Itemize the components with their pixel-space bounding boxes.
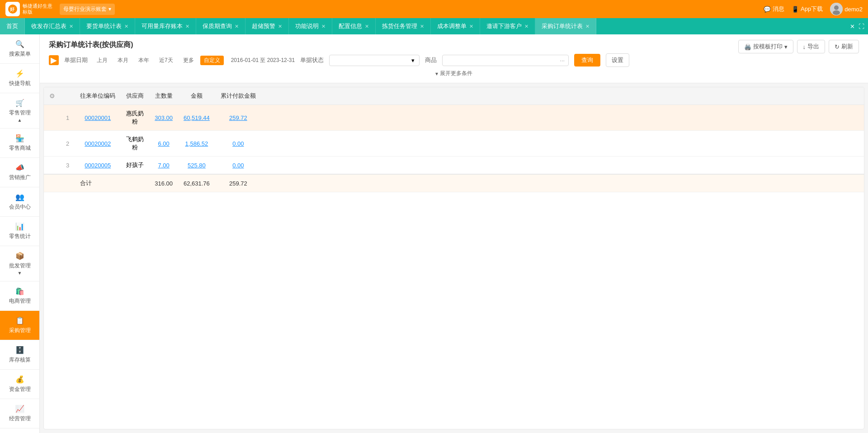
shortcut-more[interactable]: 更多 xyxy=(179,56,198,65)
sidebar-item-search[interactable]: 🔍 搜索菜单 xyxy=(0,34,39,64)
export-icon: ↓ xyxy=(803,43,806,50)
row-supplier: 惠氏奶粉 xyxy=(121,105,149,131)
tab-cost-adjust[interactable]: 成本调整单 ✕ xyxy=(431,18,480,34)
close-icon[interactable]: ✕ xyxy=(185,24,189,29)
tab-usable-inventory[interactable]: 可用量库存账本 ✕ xyxy=(135,18,196,34)
close-icon[interactable]: ✕ xyxy=(365,24,369,29)
retail-shop-icon: 🏪 xyxy=(15,134,24,143)
close-icon[interactable]: ✕ xyxy=(469,24,473,29)
ellipsis-icon[interactable]: ··· xyxy=(560,57,565,64)
close-icon[interactable]: ✕ xyxy=(321,24,326,29)
tab-requisition[interactable]: 要货单统计表 ✕ xyxy=(80,18,135,34)
shortcut-7days[interactable]: 近7天 xyxy=(156,56,177,65)
date-range-display: 2016-01-01 至 2023-12-31 xyxy=(229,57,295,64)
purchase-icon: 📋 xyxy=(15,316,24,325)
header-top-row: 采购订单统计表(按供应商) 🖨️ 按模板打印 ▾ ↓ 导出 ↻ 刷新 xyxy=(49,40,859,53)
tab-overstock[interactable]: 超储预警 ✕ xyxy=(245,18,289,34)
close-icon[interactable]: ✕ xyxy=(524,24,528,29)
sidebar-item-ecommerce[interactable]: 🛍️ 电商管理 xyxy=(0,281,39,311)
table-container: ⚙ 往来单位编码 供应商 主数量 金额 累计付款金额 xyxy=(43,87,864,429)
close-icon[interactable]: ✕ xyxy=(235,24,239,29)
date-filter-label: 单据日期 xyxy=(64,56,88,64)
row-paid: 259.72 xyxy=(215,105,261,131)
tab-config[interactable]: 配置信息 ✕ xyxy=(332,18,376,34)
tab-collection[interactable]: 收发存汇总表 ✕ xyxy=(25,18,80,34)
settings-icon[interactable]: ⚙ xyxy=(49,92,55,100)
print-btn[interactable]: 🖨️ 按模板打印 ▾ xyxy=(738,40,793,53)
row-supplier: 好孩子 xyxy=(121,157,149,175)
tab-invite-customer[interactable]: 邀请下游客户 ✕ xyxy=(480,18,535,34)
col-paid: 累计付款金额 xyxy=(215,87,261,105)
shortcut-this-year[interactable]: 本年 xyxy=(135,56,153,65)
sidebar-item-operation[interactable]: 📈 经营管理 xyxy=(0,399,39,428)
app-download-btn[interactable]: 📱 App下载 xyxy=(792,5,823,13)
sidebar-item-quick-nav[interactable]: ⚡ 快捷导航 xyxy=(0,64,39,93)
table-row[interactable]: 1 00020001 惠氏奶粉 303.00 60,519.44 xyxy=(44,105,864,131)
filter-expand-btn[interactable]: ▶ xyxy=(49,55,59,65)
filter-row: ▶ 单据日期 上月 本月 本年 近7天 更多 自定义 2016-01-01 至 … xyxy=(49,53,859,67)
query-btn[interactable]: 查询 xyxy=(574,54,600,67)
row-amount: 525.80 xyxy=(178,157,215,175)
row-supplier: 飞鹤奶粉 xyxy=(121,131,149,157)
export-btn[interactable]: ↓ 导出 xyxy=(797,40,826,53)
svg-point-4 xyxy=(833,10,840,15)
workspace-selector[interactable]: 母婴行业演示账套 ▾ xyxy=(60,4,115,15)
row-seq: 3 xyxy=(61,157,75,175)
search-icon: 🔍 xyxy=(15,40,24,48)
col-supplier: 供应商 xyxy=(121,87,149,105)
sidebar-item-marketing[interactable]: 📣 营销推广 xyxy=(0,158,39,187)
close-icon[interactable]: ✕ xyxy=(420,24,424,29)
sidebar-item-member[interactable]: 👥 会员中心 xyxy=(0,187,39,217)
close-all-tabs-btn[interactable]: ✕ xyxy=(850,23,855,30)
nav-tabs: 首页 收发存汇总表 ✕ 要货单统计表 ✕ 可用量库存账本 ✕ 保质期查询 ✕ 超… xyxy=(0,18,868,34)
tab-home[interactable]: 首页 xyxy=(0,18,25,34)
close-icon[interactable]: ✕ xyxy=(278,24,282,29)
refresh-btn[interactable]: ↻ 刷新 xyxy=(829,40,859,53)
sidebar-item-retail-shop[interactable]: 🏪 零售商城 xyxy=(0,128,39,158)
shortcut-last-month[interactable]: 上月 xyxy=(93,56,111,65)
footer-amount: 62,631.76 xyxy=(178,174,215,192)
shortcut-custom[interactable]: 自定义 xyxy=(200,56,224,65)
goods-filter-label: 商品 xyxy=(425,56,437,64)
top-bar: 好 畅捷通好生意 标版 母婴行业演示账套 ▾ 💬 消息 📱 App下载 demo… xyxy=(0,0,868,18)
tab-pick-task[interactable]: 拣货任务管理 ✕ xyxy=(376,18,431,34)
goods-input[interactable]: ··· xyxy=(442,55,569,66)
footer-quantity: 316.00 xyxy=(149,174,178,192)
tab-expiry[interactable]: 保质期查询 ✕ xyxy=(196,18,245,34)
close-icon[interactable]: ✕ xyxy=(124,24,128,29)
status-dropdown[interactable]: ▾ xyxy=(329,55,420,66)
table-row[interactable]: 3 00020005 好孩子 7.00 525.80 xyxy=(44,157,864,175)
date-shortcuts: 上月 本月 本年 近7天 更多 自定义 xyxy=(93,56,224,65)
settings-btn[interactable]: 设置 xyxy=(606,53,629,67)
tab-purchase-stats[interactable]: 采购订单统计表 ✕ xyxy=(535,18,596,34)
tab-function-desc[interactable]: 功能说明 ✕ xyxy=(289,18,332,34)
row-unit-code: 00020005 xyxy=(75,157,121,175)
sidebar-item-retail-stats[interactable]: 📊 零售统计 xyxy=(0,217,39,246)
footer-settings xyxy=(44,174,61,192)
expand-arrow-icon: ▲ xyxy=(18,118,22,123)
user-profile[interactable]: demo2 xyxy=(830,3,863,15)
sidebar-item-wholesale[interactable]: 📦 批发管理 ▼ xyxy=(0,246,39,281)
sidebar-item-retail[interactable]: 🛒 零售管理 ▲ xyxy=(0,93,39,128)
sidebar-item-purchase[interactable]: 📋 采购管理 xyxy=(0,311,39,340)
svg-text:好: 好 xyxy=(9,7,15,12)
sidebar-item-finance[interactable]: 💰 资金管理 xyxy=(0,370,39,399)
expand-more-btn[interactable]: ▾ 展开更多条件 xyxy=(435,70,472,77)
row-quantity: 6.00 xyxy=(149,131,178,157)
message-icon: 💬 xyxy=(764,6,771,13)
row-paid: 0.00 xyxy=(215,131,261,157)
row-paid: 0.00 xyxy=(215,157,261,175)
chevron-down-icon: ▾ xyxy=(435,71,438,77)
close-icon[interactable]: ✕ xyxy=(585,24,590,29)
col-extra xyxy=(261,87,864,105)
fullscreen-btn[interactable]: ⛶ xyxy=(859,23,864,30)
marketing-icon: 📣 xyxy=(15,163,24,172)
messages-btn[interactable]: 💬 消息 xyxy=(764,5,784,13)
main-layout: 🔍 搜索菜单 ⚡ 快捷导航 🛒 零售管理 ▲ 🏪 零售商城 📣 营销推广 👥 会… xyxy=(0,34,868,433)
sidebar-item-basic-info[interactable]: ℹ️ 基础信息 xyxy=(0,428,39,433)
shortcut-this-month[interactable]: 本月 xyxy=(114,56,132,65)
sidebar-item-inventory[interactable]: 🗄️ 库存核算 xyxy=(0,340,39,370)
close-icon[interactable]: ✕ xyxy=(69,24,73,29)
operation-icon: 📈 xyxy=(15,404,24,413)
table-row[interactable]: 2 00020002 飞鹤奶粉 6.00 1,586.52 xyxy=(44,131,864,157)
